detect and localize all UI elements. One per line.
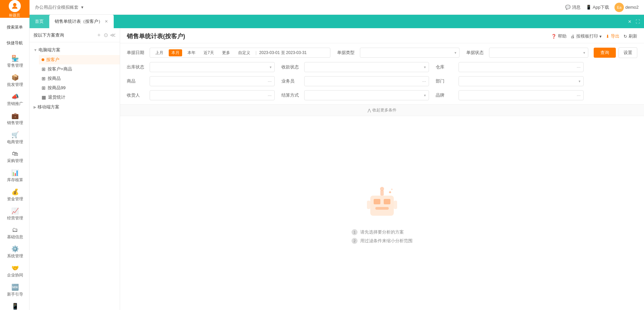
filter-brand-control[interactable]: ··· <box>459 90 584 100</box>
print-label: 按模板打印 <box>576 33 598 39</box>
sidebar-item-sales[interactable]: 💼 销售管理 <box>0 109 29 128</box>
query-button[interactable]: 查询 <box>594 48 616 58</box>
wholesale-icon: 📦 <box>11 74 19 81</box>
logo-icon <box>9 0 21 12</box>
close-window-icon[interactable]: ✕ <box>628 19 632 24</box>
print-icon: 🖨 <box>571 34 575 39</box>
print-btn[interactable]: 🖨 按模板打印 ▾ <box>571 33 602 39</box>
tree-desktop-section[interactable]: ▼ 电脑端方案 <box>30 45 120 55</box>
sidebar-item-purchase[interactable]: 🛍 采购管理 <box>0 148 29 166</box>
tree-node-by-product-99[interactable]: ⊞ 按商品99 <box>39 83 120 93</box>
svg-rect-5 <box>380 190 384 196</box>
sidebar-item-retail[interactable]: 🏪 零售管理 <box>0 52 29 71</box>
sidebar-search-area: 搜索菜单 <box>0 18 29 37</box>
svg-rect-8 <box>394 201 397 209</box>
tree-desktop-label: 电脑端方案 <box>39 47 60 53</box>
tree-node-by-product-label: 按商品 <box>48 75 61 82</box>
filter-warehouse-item: 仓库 ··· <box>436 62 584 72</box>
docstatus-dropdown-icon: ▾ <box>583 51 585 55</box>
maximize-icon[interactable]: ⛶ <box>636 19 640 24</box>
filter-docstatus-control[interactable]: ▾ <box>489 48 588 58</box>
tree-node-by-customer-product[interactable]: ⊞ 按客户+商品 <box>39 64 120 74</box>
print-dropdown-icon[interactable]: ▾ <box>599 34 602 39</box>
sidebar-item-apps[interactable]: 📱 应用中心 <box>0 300 29 310</box>
filter-row-1: 单据日期 上月 本月 本年 近7天 更多 自定义 | 2023-03-01 至 … <box>127 47 637 58</box>
date-btn-7days[interactable]: 近7天 <box>201 49 217 56</box>
filter-outstatus-item: 出库状态 ▾ <box>127 62 275 72</box>
filter-department-control[interactable]: ▾ <box>459 76 584 86</box>
filter-date-control[interactable]: 上月 本月 本年 近7天 更多 自定义 | 2023-03-01 至 2023-… <box>150 48 330 58</box>
help-label: 帮助 <box>558 33 567 39</box>
collapse-up-icon: ⋀ <box>368 108 371 113</box>
tip-text-2: 用过滤条件来缩小分析范围 <box>360 238 413 244</box>
sidebar-item-inventory[interactable]: 📊 库存核算 <box>0 166 29 186</box>
export-btn[interactable]: ⬇ 导出 <box>606 33 620 39</box>
department-dropdown-icon: ▾ <box>579 79 581 84</box>
filter-salesperson-control[interactable]: ··· <box>304 76 429 86</box>
sidebar-item-system-label: 系统管理 <box>7 253 23 259</box>
sidebar-item-quicknav[interactable]: 快捷导航 <box>0 37 29 49</box>
tree-node-by-product[interactable]: ⊞ 按商品 <box>39 74 120 83</box>
collapse-bar[interactable]: ⋀ 收起更多条件 <box>120 105 644 116</box>
tab-sales-stat[interactable]: 销售单统计表（按客户） ✕ <box>49 15 114 28</box>
filter-salesperson-item: 业务员 ··· <box>281 76 429 86</box>
message-btn[interactable]: 💬 消息 <box>565 4 581 10</box>
date-btn-custom[interactable]: 自定义 <box>235 49 253 56</box>
export-icon: ⬇ <box>606 34 609 39</box>
svg-rect-7 <box>367 201 370 209</box>
filter-outstatus-control[interactable]: ▾ <box>150 62 275 72</box>
brand-more-icon: ··· <box>577 93 581 98</box>
empty-tip-2: 2 用过滤条件来缩小分析范围 <box>352 238 413 244</box>
left-panel-header: 按以下方案查询 ＋ ⊙ ≪ <box>30 28 120 42</box>
warehouse-more-icon: ··· <box>577 64 581 70</box>
topbar-dropdown-icon[interactable]: ▾ <box>81 5 84 10</box>
filter-doctype-control[interactable]: ▾ <box>360 48 459 58</box>
sidebar-item-operations[interactable]: 📈 经营管理 <box>0 205 29 224</box>
app-download-btn[interactable]: 📱 App下载 <box>586 4 609 10</box>
logo-text: 标题页 <box>9 13 20 18</box>
sidebar-item-ecommerce[interactable]: 🛒 电商管理 <box>0 128 29 148</box>
sidebar-item-basic[interactable]: 🗂 基础信息 <box>0 224 29 243</box>
svg-point-0 <box>13 3 16 6</box>
product-more-icon: ··· <box>268 79 272 84</box>
filter-product-label: 商品 <box>127 78 147 84</box>
filter-outstatus-label: 出库状态 <box>127 64 147 70</box>
collapse-label: 收起更多条件 <box>372 107 396 113</box>
sidebar-item-enterprise[interactable]: 🤝 企业协同 <box>0 262 29 281</box>
help-btn[interactable]: ❓ 帮助 <box>551 33 567 39</box>
filter-warehouse-control[interactable]: ··· <box>459 62 584 72</box>
refresh-btn[interactable]: ↻ 刷新 <box>624 33 637 39</box>
tab-home[interactable]: 首页 <box>30 15 49 28</box>
sidebar-item-marketing[interactable]: 📣 营销推广 <box>0 90 29 109</box>
user-menu[interactable]: Ea demo2 <box>614 3 639 12</box>
filter-paymentstatus-label: 收款状态 <box>281 64 302 70</box>
tree-node-by-customer[interactable]: 按客户 <box>39 55 120 64</box>
collapse-panel-icon[interactable]: ≪ <box>110 32 116 38</box>
date-btn-more[interactable]: 更多 <box>219 49 233 56</box>
settings-button[interactable]: 设置 <box>619 47 637 58</box>
sidebar-item-wholesale[interactable]: 📦 批发管理 <box>0 71 29 90</box>
date-btn-this-year[interactable]: 本年 <box>185 49 198 56</box>
tree-node-refund-stat[interactable]: ▦ 退货统计 <box>39 93 120 102</box>
settings-scheme-icon[interactable]: ⊙ <box>104 32 108 38</box>
filter-section: 单据日期 上月 本月 本年 近7天 更多 自定义 | 2023-03-01 至 … <box>120 43 644 105</box>
filter-product-control[interactable]: ··· <box>150 76 275 86</box>
date-btn-last-month[interactable]: 上月 <box>153 49 166 56</box>
sidebar-item-newuser[interactable]: 🆕 新手引导 <box>0 281 29 300</box>
purchase-icon: 🛍 <box>12 150 18 157</box>
filter-row-3: 商品 ··· 业务员 ··· 部门 ▾ <box>127 76 637 86</box>
filter-paymentstatus-control[interactable]: ▾ <box>304 62 429 72</box>
tree-mobile-section[interactable]: ▶ 移动端方案 <box>30 102 120 112</box>
user-name: demo2 <box>625 5 639 10</box>
sidebar-item-finance[interactable]: 💰 资金管理 <box>0 186 29 205</box>
sidebar-item-search[interactable]: 搜索菜单 <box>0 21 29 34</box>
add-scheme-icon[interactable]: ＋ <box>96 32 102 39</box>
salesperson-more-icon: ··· <box>422 79 426 84</box>
sidebar-item-system[interactable]: ⚙️ 系统管理 <box>0 243 29 262</box>
filter-receiver-control[interactable]: ··· <box>150 90 275 100</box>
content-area: 按以下方案查询 ＋ ⊙ ≪ ▼ 电脑端方案 按客户 <box>30 28 644 310</box>
filter-paymentmethod-control[interactable]: ▾ <box>304 90 429 100</box>
date-btn-this-month[interactable]: 本月 <box>169 49 182 56</box>
tab-close-icon[interactable]: ✕ <box>105 19 108 24</box>
filter-doctype-label: 单据类型 <box>337 50 357 56</box>
